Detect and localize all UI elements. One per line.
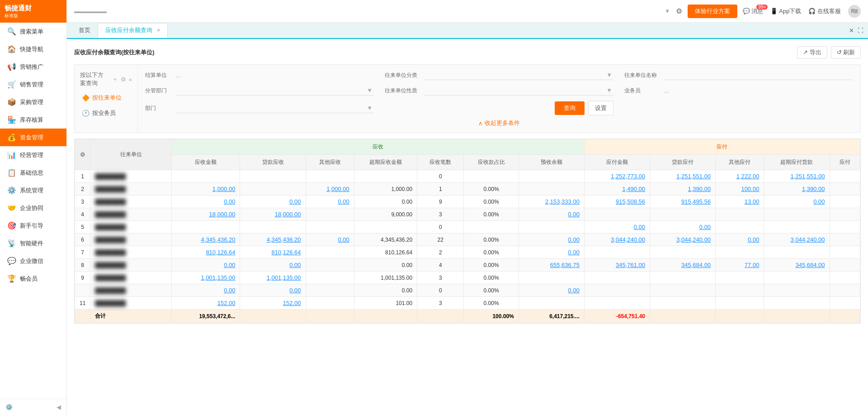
row-ap-amount[interactable]: 0.00: [584, 221, 650, 234]
message-badge-container[interactable]: 💬 消息 99+: [743, 7, 764, 15]
sidebar-item-guide[interactable]: 🎯 新手引导: [0, 217, 66, 234]
row-ar-amount[interactable]: 0.00: [172, 284, 240, 297]
row-ap-loan[interactable]: [650, 284, 716, 297]
row-ap-amount[interactable]: [584, 284, 650, 297]
row-ap-overdue[interactable]: 3,044,240.00: [764, 234, 830, 246]
row-ar-loan[interactable]: 18,000.00: [240, 208, 306, 221]
sidebar-item-inventory[interactable]: 🏪 库存核算: [0, 111, 66, 129]
department-select[interactable]: ▼: [176, 103, 374, 113]
row-ap-other[interactable]: 13.00: [716, 196, 764, 208]
row-ar-other[interactable]: [306, 297, 354, 310]
row-ap-amount[interactable]: 1,490.00: [584, 183, 650, 196]
row-ap-overdue[interactable]: [764, 297, 830, 310]
row-ar-loan[interactable]: 0.00: [240, 196, 306, 208]
row-ar-other[interactable]: 0.00: [306, 196, 354, 208]
row-ar-loan[interactable]: 152.00: [240, 297, 306, 310]
user-avatar[interactable]: Rit: [848, 5, 861, 18]
sidebar-item-sales[interactable]: 🛒 销售管理: [0, 76, 66, 93]
row-ap-other[interactable]: 1,222.00: [716, 170, 764, 183]
row-ar-amount[interactable]: 1,001,135.00: [172, 272, 240, 284]
row-ap-overdue[interactable]: 0.00: [764, 196, 830, 208]
row-ap-other[interactable]: [716, 246, 764, 259]
settings-filter-icon[interactable]: ⚙: [121, 76, 126, 83]
row-ap-other[interactable]: [716, 208, 764, 221]
sidebar-item-system[interactable]: ⚙️ 系统管理: [0, 181, 66, 199]
row-ap-amount[interactable]: 1,252,773.00: [584, 170, 650, 183]
row-ar-prepay[interactable]: 0.00: [519, 284, 584, 297]
query-button[interactable]: 查询: [555, 101, 585, 115]
row-ap-overdue[interactable]: [764, 272, 830, 284]
settlement-dots[interactable]: ...: [176, 72, 181, 79]
row-ap-overdue[interactable]: [764, 284, 830, 297]
row-ar-amount[interactable]: [172, 170, 240, 183]
row-ar-prepay[interactable]: 655,636.75: [519, 259, 584, 272]
sidebar-item-enterprise[interactable]: 🤝 企业协同: [0, 199, 66, 217]
row-ap-overdue[interactable]: [764, 221, 830, 234]
row-ar-other[interactable]: 0.00: [306, 234, 354, 246]
row-ap-loan[interactable]: 3,044,240.00: [650, 234, 716, 246]
filter-by-unit[interactable]: 🔶 按往来单位: [75, 90, 137, 105]
row-ap-overdue[interactable]: 1,251,551.00: [764, 170, 830, 183]
row-ap-loan[interactable]: 1,390.00: [650, 183, 716, 196]
sidebar-item-member[interactable]: 🏆 畅会员: [0, 270, 66, 287]
row-ap-other[interactable]: [716, 221, 764, 234]
row-ar-other[interactable]: [306, 272, 354, 284]
row-ar-prepay[interactable]: 0.00: [519, 246, 584, 259]
row-ar-loan[interactable]: [240, 170, 306, 183]
row-ap-amount[interactable]: 345,761.00: [584, 259, 650, 272]
row-ar-other[interactable]: [306, 259, 354, 272]
row-ar-prepay[interactable]: 2,153,333.00: [519, 196, 584, 208]
row-ar-loan[interactable]: 1,001,135.00: [240, 272, 306, 284]
tab-home[interactable]: 首页: [71, 24, 98, 37]
settings-icon[interactable]: ⚙️: [5, 404, 13, 410]
export-button[interactable]: ↗ 导出: [797, 46, 827, 59]
row-ar-loan[interactable]: 0.00: [240, 284, 306, 297]
tab-maximize[interactable]: ⛶: [858, 27, 863, 34]
row-ar-other[interactable]: [306, 221, 354, 234]
row-ap-amount[interactable]: [584, 297, 650, 310]
row-ap-amount[interactable]: 3,044,240.00: [584, 234, 650, 246]
row-ap-overdue[interactable]: 1,390.00: [764, 183, 830, 196]
sidebar-item-purchase[interactable]: 📦 采购管理: [0, 93, 66, 111]
row-ap-loan[interactable]: [650, 297, 716, 310]
settings-button[interactable]: 设置: [588, 101, 613, 115]
row-ar-amount[interactable]: 4,345,436.20: [172, 234, 240, 246]
collapse-sidebar-icon[interactable]: ◀: [57, 404, 61, 410]
row-ap-other[interactable]: 77.00: [716, 259, 764, 272]
sidebar-item-nav[interactable]: 🏠 快捷导航: [0, 40, 66, 58]
staff-dots[interactable]: ...: [664, 87, 669, 94]
row-ar-prepay[interactable]: 0.00: [519, 234, 584, 246]
row-ap-loan[interactable]: 915,495.56: [650, 196, 716, 208]
row-ar-loan[interactable]: [240, 221, 306, 234]
add-icon[interactable]: ＋: [112, 75, 118, 83]
row-ap-overdue[interactable]: [764, 246, 830, 259]
row-ap-overdue[interactable]: 345,684.00: [764, 259, 830, 272]
row-ap-amount[interactable]: [584, 208, 650, 221]
unit-category-select[interactable]: ▼: [425, 70, 613, 80]
row-ar-other[interactable]: [306, 208, 354, 221]
row-ap-other[interactable]: [716, 272, 764, 284]
row-ap-amount[interactable]: 915,508.56: [584, 196, 650, 208]
row-ap-loan[interactable]: 0.00: [650, 221, 716, 234]
refresh-button[interactable]: ↺ 刷新: [831, 46, 861, 59]
dept-select[interactable]: ▼: [176, 86, 374, 95]
row-ap-loan[interactable]: 345,684.00: [650, 259, 716, 272]
row-ar-other[interactable]: 1,000.00: [306, 183, 354, 196]
row-ar-other[interactable]: [306, 284, 354, 297]
row-ap-overdue[interactable]: [764, 208, 830, 221]
tab-ar-query[interactable]: 应收应付余额查询 ×: [98, 23, 168, 38]
row-ap-amount[interactable]: [584, 272, 650, 284]
sidebar-item-finance[interactable]: 💰 资金管理: [0, 129, 66, 146]
sidebar-item-basic[interactable]: 📋 基础信息: [0, 164, 66, 181]
row-ar-amount[interactable]: 810,126.64: [172, 246, 240, 259]
filter-by-staff[interactable]: 🕐 按业务员: [75, 105, 137, 121]
sidebar-item-marketing[interactable]: 📢 营销推广: [0, 58, 66, 76]
row-ar-loan[interactable]: 810,126.64: [240, 246, 306, 259]
row-ar-loan[interactable]: [240, 183, 306, 196]
row-ap-loan[interactable]: [650, 246, 716, 259]
row-ap-loan[interactable]: 1,251,551.00: [650, 170, 716, 183]
tab-close-window[interactable]: ✕: [849, 27, 854, 34]
topbar-dropdown-icon[interactable]: ▼: [665, 8, 670, 14]
row-ap-loan[interactable]: [650, 208, 716, 221]
row-ar-other[interactable]: [306, 170, 354, 183]
